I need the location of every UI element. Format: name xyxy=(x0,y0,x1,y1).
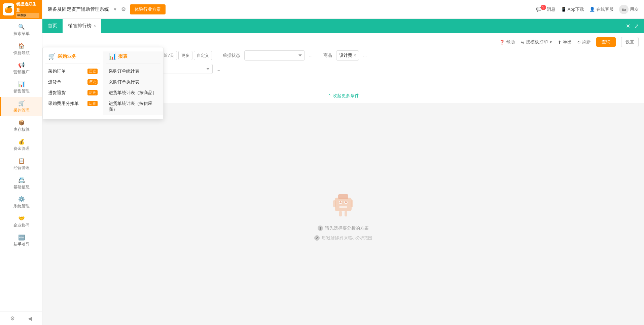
sidebar-item-guide[interactable]: 🆕 新手引导 xyxy=(0,231,42,250)
sidebar-bottom: ⚙ ◀ xyxy=(0,312,42,325)
dropdown-menu: 🛒 采购业务 采购订单 历史 进货单 历史 进货退货 历史 采购费用分摊单 xyxy=(42,47,164,119)
enterprise-icon: 🤝 xyxy=(18,215,25,221)
history-badge: 历史 xyxy=(87,69,98,74)
sidebar-item-label: 资金管理 xyxy=(13,146,30,152)
svg-point-5 xyxy=(345,201,347,203)
topbar-settings-icon[interactable]: ⚙ xyxy=(121,6,126,12)
user-item[interactable]: Ea 用友 xyxy=(619,5,639,14)
main-area: 装备及固定资产辅助管理系统 ▼ ⚙ 体验行业方案 💬 9 消息 📱 App下载 … xyxy=(42,0,644,325)
sidebar-item-marketing[interactable]: 📢 营销推广 xyxy=(0,58,42,78)
operations-icon: 📋 xyxy=(18,158,25,164)
collapse-up-icon: ⌃ xyxy=(328,93,331,98)
custom-button[interactable]: 自定义 xyxy=(194,51,212,60)
collapse-button[interactable]: ⌃ 收起更多条件 xyxy=(328,93,359,99)
dropdown-item-report-2[interactable]: 采购订单执行表 xyxy=(106,77,161,87)
online-service-item[interactable]: 👤 在线客服 xyxy=(589,6,614,12)
svg-rect-0 xyxy=(335,198,352,211)
export-icon: ⬆ xyxy=(558,40,562,45)
dropdown-item-report-1[interactable]: 采购订单统计表 xyxy=(106,66,161,77)
empty-tip-2: 2 用[过滤]条件来缩小分析范围 xyxy=(314,235,372,241)
help-icon: ❓ xyxy=(499,40,505,45)
goods-tag: 设计费 × xyxy=(336,50,359,60)
dropdown-report-col: 📊 报表 采购订单统计表 采购订单执行表 进货单统计表（按商品） 进货单统计表（… xyxy=(103,51,164,115)
username-label: 用友 xyxy=(630,6,639,12)
empty-state: 1 请先选择要分析的方案 2 用[过滤]条件来缩小分析范围 xyxy=(42,103,644,325)
fullscreen-button[interactable]: ⤢ xyxy=(633,22,640,31)
close-tab-button[interactable]: ✕ xyxy=(624,22,632,31)
sidebar-item-enterprise[interactable]: 🤝 企业协同 xyxy=(0,212,42,231)
sidebar-menu: 🔍 搜索菜单 🏠 快捷导航 📢 营销推广 📊 销售管理 🛒 采购管理 📦 库存核… xyxy=(0,19,42,312)
sidebar-item-operations[interactable]: 📋 经营管理 xyxy=(0,154,42,173)
help-button[interactable]: ❓ 帮助 xyxy=(499,39,515,45)
sidebar-item-inventory[interactable]: 📦 库存核算 xyxy=(0,116,42,135)
purchase-icon: 🛒 xyxy=(18,100,25,107)
app-download-item[interactable]: 📱 App下载 xyxy=(561,6,584,12)
content-area: 🛒 采购业务 采购订单 历史 进货单 历史 进货退货 历史 采购费用分摊单 xyxy=(42,33,644,325)
settings-bottom-icon[interactable]: ⚙ xyxy=(10,315,15,322)
dropdown-item-report-4[interactable]: 进货单统计表（按供应商） xyxy=(106,98,161,115)
goods-dots: ... xyxy=(363,53,367,58)
sidebar-item-label: 库存核算 xyxy=(13,127,30,132)
sidebar-item-sales[interactable]: 📊 销售管理 xyxy=(0,78,42,97)
query-button[interactable]: 查询 xyxy=(596,37,616,47)
logo-icon: 🍊 xyxy=(3,3,14,15)
salesman-dots: ... xyxy=(217,67,220,72)
sidebar-item-label: 系统管理 xyxy=(13,203,30,209)
dropdown-item-purchase-return[interactable]: 进货退货 历史 xyxy=(45,87,100,98)
sidebar-item-system[interactable]: ⚙️ 系统管理 xyxy=(0,193,42,212)
basic-info-icon: 📇 xyxy=(18,177,25,183)
inventory-icon: 📦 xyxy=(18,119,25,126)
sidebar-item-label: 企业协同 xyxy=(13,222,30,228)
more-button[interactable]: 更多 xyxy=(178,51,192,60)
goods-tag-text: 设计费 xyxy=(339,52,352,58)
marketing-icon: 📢 xyxy=(18,62,25,68)
collapse-sidebar-icon[interactable]: ◀ xyxy=(28,315,32,322)
purchase-menu-icon: 🛒 xyxy=(48,53,56,60)
svg-rect-10 xyxy=(345,211,347,216)
tab-home[interactable]: 首页 xyxy=(42,19,63,33)
tab-home-label: 首页 xyxy=(48,23,57,29)
sales-icon: 📊 xyxy=(18,81,25,87)
svg-rect-6 xyxy=(339,206,347,208)
dropdown-purchase-title: 🛒 采购业务 xyxy=(45,51,100,64)
refresh-icon: ↻ xyxy=(577,40,581,45)
home-icon: 🏠 xyxy=(18,43,25,49)
refresh-button[interactable]: ↻ 刷新 xyxy=(577,39,591,45)
notifications-item[interactable]: 💬 9 消息 xyxy=(536,6,556,12)
bill-status-select[interactable] xyxy=(244,50,305,60)
svg-rect-1 xyxy=(338,194,348,199)
sidebar-item-search[interactable]: 🔍 搜索菜单 xyxy=(0,20,42,39)
report-menu-icon: 📊 xyxy=(109,53,116,60)
notifications-label: 消息 xyxy=(547,6,556,12)
settings-button[interactable]: 设置 xyxy=(621,37,639,47)
print-arrow-icon: ▼ xyxy=(549,40,552,44)
tip2-icon: 2 xyxy=(314,235,320,241)
dropdown-report-title: 📊 报表 xyxy=(106,51,161,64)
bill-status-dots: ... xyxy=(309,53,313,58)
goods-tag-close[interactable]: × xyxy=(354,53,356,58)
dropdown-item-purchase-receipt[interactable]: 进货单 历史 xyxy=(45,77,100,87)
print-icon: 🖨 xyxy=(520,40,525,45)
topbar-title: 装备及固定资产辅助管理系统 xyxy=(48,6,109,12)
topbar-right: 💬 9 消息 📱 App下载 👤 在线客服 Ea 用友 xyxy=(536,5,639,14)
dropdown-item-purchase-order[interactable]: 采购订单 历史 xyxy=(45,66,100,77)
print-button[interactable]: 🖨 按模板打印 ▼ xyxy=(520,39,552,45)
dropdown-item-purchase-expense[interactable]: 采购费用分摊单 历史 xyxy=(45,98,100,109)
avatar: Ea xyxy=(619,5,629,14)
sidebar-item-basic-info[interactable]: 📇 基础信息 xyxy=(0,173,42,193)
empty-illustration xyxy=(326,188,360,221)
dropdown-item-report-3[interactable]: 进货单统计表（按商品） xyxy=(106,87,161,98)
sidebar-item-finance[interactable]: 💰 资金管理 xyxy=(0,135,42,154)
topbar: 装备及固定资产辅助管理系统 ▼ ⚙ 体验行业方案 💬 9 消息 📱 App下载 … xyxy=(42,0,644,19)
guide-icon: 🆕 xyxy=(18,234,25,241)
tab-sales-ranking[interactable]: 销售排行榜 × xyxy=(63,19,101,33)
sidebar-item-quick-nav[interactable]: 🏠 快捷导航 xyxy=(0,39,42,58)
logo-area: 🍊 畅捷通好生意 标准版 xyxy=(0,0,42,19)
sidebar-item-purchase[interactable]: 🛒 采购管理 xyxy=(0,97,42,116)
sidebar-item-label: 新手引导 xyxy=(13,242,30,247)
tab-close-icon[interactable]: × xyxy=(94,24,96,28)
export-button[interactable]: ⬆ 导出 xyxy=(558,39,572,45)
topbar-cta-button[interactable]: 体验行业方案 xyxy=(130,4,166,14)
svg-point-4 xyxy=(339,201,342,203)
empty-tip-1: 1 请先选择要分析的方案 xyxy=(318,225,369,231)
